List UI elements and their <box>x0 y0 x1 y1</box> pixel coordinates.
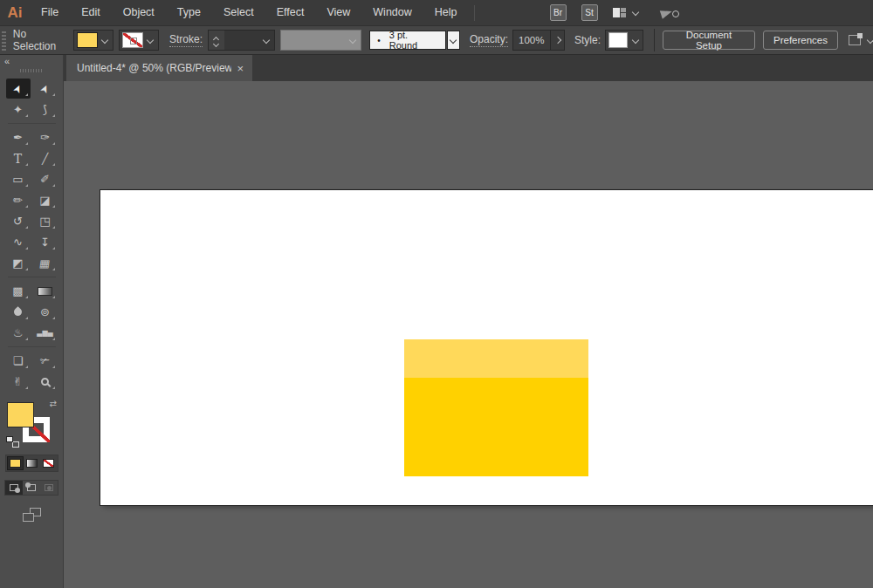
draw-normal-button[interactable] <box>5 481 23 495</box>
rotate-tool[interactable]: ↺ <box>6 211 31 231</box>
opacity-label[interactable]: Opacity: <box>470 33 508 47</box>
menu-items: FileEditObjectTypeSelectEffectViewWindow… <box>30 0 469 25</box>
toolbar-separator <box>8 123 56 124</box>
document-setup-button[interactable]: Document Setup <box>663 31 755 50</box>
lasso-tool-icon: ⟆ <box>43 104 47 115</box>
stroke-color-dropdown[interactable] <box>143 31 158 50</box>
tools-grid: ➤➤✦⟆✒✑T╱▭✐✏◪↺◳∿↧◩▦▩⊚♨▃▆▄❏✃✌ <box>6 79 58 392</box>
workspace-switcher-button[interactable] <box>613 8 638 18</box>
curvature-tool[interactable]: ✑ <box>33 127 58 147</box>
gradient-icon <box>26 459 38 468</box>
stroke-color-control[interactable] <box>119 30 159 51</box>
workspace-layout-icon <box>613 8 627 18</box>
variable-width-profile-dropdown[interactable] <box>447 31 460 50</box>
menu-select[interactable]: Select <box>212 0 265 25</box>
line-segment-tool[interactable]: ╱ <box>33 148 58 168</box>
screen-mode-button[interactable] <box>23 508 41 522</box>
artboard[interactable] <box>100 190 873 505</box>
slice-tool[interactable]: ✃ <box>33 351 58 371</box>
document-tab[interactable]: Untitled-4* @ 50% (RGB/Preview) × <box>66 55 252 81</box>
pen-tool[interactable]: ✒ <box>6 127 31 147</box>
mini-stroke-square <box>12 441 19 448</box>
opacity-dropdown[interactable] <box>550 31 564 50</box>
chevron-down-icon <box>147 37 154 44</box>
lasso-tool[interactable]: ⟆ <box>33 99 58 120</box>
tool-panel-grip[interactable] <box>20 69 43 72</box>
opacity-field[interactable]: 100% <box>513 35 550 45</box>
shaper-tool-icon: ✏ <box>13 195 23 206</box>
scale-tool[interactable]: ◳ <box>33 211 58 231</box>
control-bar: No Selection Stroke: • 3 pt. Round <box>0 25 873 55</box>
column-graph-tool[interactable]: ▃▆▄ <box>33 323 58 343</box>
stroke-none-swatch[interactable] <box>122 32 143 48</box>
mini-fill-square <box>6 436 13 442</box>
menu-object[interactable]: Object <box>112 0 166 25</box>
fill-color-swatch-large[interactable] <box>7 402 34 427</box>
blend-tool[interactable]: ⊚ <box>33 302 58 322</box>
default-fill-stroke-icon[interactable] <box>6 436 19 448</box>
gradient-button[interactable] <box>24 457 39 469</box>
perspective-grid-tool-icon: ▦ <box>39 258 52 269</box>
canvas[interactable] <box>64 81 873 588</box>
draw-behind-button[interactable] <box>23 481 40 495</box>
color-button[interactable] <box>8 457 23 469</box>
menu-file[interactable]: File <box>30 0 70 25</box>
width-tool[interactable]: ∿ <box>6 232 31 252</box>
eyedropper-tool[interactable] <box>6 302 31 322</box>
fill-color-dropdown[interactable] <box>98 31 113 50</box>
style-control[interactable] <box>605 30 643 51</box>
fill-color-swatch[interactable] <box>77 32 98 48</box>
menu-help[interactable]: Help <box>423 0 469 25</box>
fill-color-control[interactable] <box>73 30 113 51</box>
symbol-sprayer-tool[interactable]: ♨ <box>6 323 31 343</box>
paintbrush-tool[interactable]: ✐ <box>33 169 58 189</box>
stroke-label[interactable]: Stroke: <box>169 33 203 47</box>
stroke-weight-dropdown[interactable] <box>259 31 274 50</box>
arrange-panel-button[interactable] <box>849 35 873 45</box>
tool-panel-collapse-button[interactable]: « <box>0 55 63 66</box>
menu-view[interactable]: View <box>315 0 361 25</box>
menu-edit[interactable]: Edit <box>70 0 112 25</box>
direct-selection-tool[interactable]: ➤ <box>33 79 58 99</box>
selection-tool[interactable]: ➤ <box>6 79 31 99</box>
zoom-tool[interactable] <box>33 372 58 392</box>
paintbrush-tool-icon: ✐ <box>40 174 50 185</box>
artboard-tool[interactable]: ❏ <box>6 351 31 371</box>
close-icon[interactable]: × <box>237 62 244 75</box>
menu-type[interactable]: Type <box>166 0 212 25</box>
bridge-button[interactable]: Br <box>550 4 567 21</box>
style-swatch[interactable] <box>608 32 628 48</box>
preferences-button[interactable]: Preferences <box>763 31 838 50</box>
menu-effect[interactable]: Effect <box>265 0 316 25</box>
artwork-rect-bottom[interactable] <box>404 378 588 476</box>
shape-builder-tool[interactable]: ◩ <box>6 253 31 273</box>
stock-button[interactable]: St <box>581 4 598 21</box>
chevron-down-icon <box>867 37 873 44</box>
type-tool[interactable]: T <box>6 148 31 168</box>
eraser-tool[interactable]: ◪ <box>33 190 58 210</box>
puppet-warp-tool[interactable]: ↧ <box>33 232 58 252</box>
gradient-tool[interactable] <box>33 281 58 301</box>
menu-window[interactable]: Window <box>361 0 423 25</box>
magic-wand-tool[interactable]: ✦ <box>6 99 31 120</box>
stroke-weight-stepper[interactable] <box>209 31 224 50</box>
none-button[interactable] <box>41 457 56 469</box>
swap-fill-stroke-icon[interactable]: ⇄ <box>50 399 57 408</box>
magic-wand-tool-icon: ✦ <box>13 104 23 115</box>
stroke-weight-field[interactable] <box>224 31 259 50</box>
mesh-tool[interactable]: ▩ <box>6 281 31 301</box>
chevron-down-icon <box>631 37 638 44</box>
rectangle-tool[interactable]: ▭ <box>6 169 31 189</box>
artwork-rect-top[interactable] <box>404 339 588 378</box>
style-dropdown[interactable] <box>628 31 643 50</box>
slice-tool-icon: ✃ <box>40 355 50 366</box>
gpu-performance-icon[interactable] <box>661 7 680 19</box>
mesh-tool-icon: ▩ <box>12 285 23 297</box>
shaper-tool[interactable]: ✏ <box>6 190 31 210</box>
control-bar-grip[interactable] <box>2 30 6 51</box>
variable-width-profile-button[interactable]: • 3 pt. Round <box>369 31 445 50</box>
gradient-tool-icon <box>38 287 52 296</box>
panel-icon <box>849 35 861 45</box>
perspective-grid-tool[interactable]: ▦ <box>33 253 58 273</box>
hand-tool[interactable]: ✌ <box>6 372 31 392</box>
